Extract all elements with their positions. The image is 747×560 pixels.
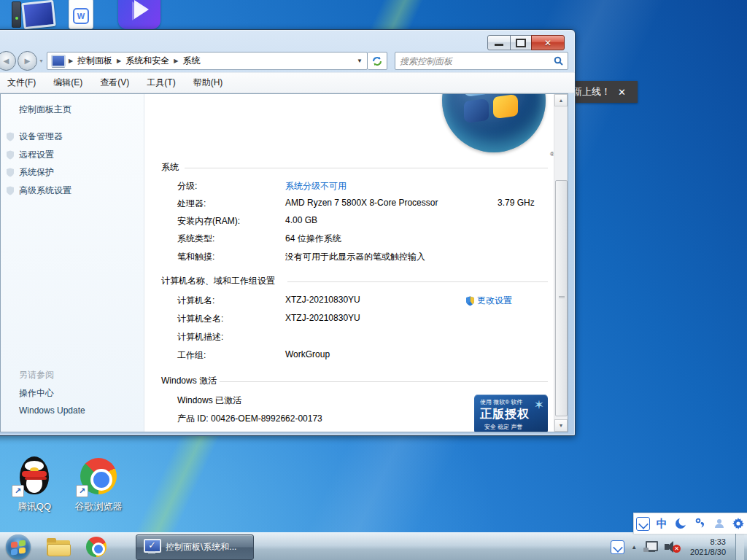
shortcut-arrow-icon: ↗ xyxy=(12,485,24,497)
sidebar-item-remote-settings[interactable]: 远程设置 xyxy=(19,149,54,161)
product-id: 产品 ID: 00426-OEM-8992662-00173 xyxy=(177,413,322,425)
task-button-label: 控制面板\系统和... xyxy=(166,541,247,553)
minimize-icon xyxy=(495,44,503,46)
language-bar: 中 xyxy=(633,513,747,534)
computer-tower-icon xyxy=(12,1,21,28)
taskbar-active-window-button[interactable]: ✓ 控制面板\系统和... xyxy=(136,534,254,560)
sidebar-item-windows-update[interactable]: Windows Update xyxy=(19,405,85,416)
sidebar-see-also-header: 另请参阅 xyxy=(19,369,54,381)
address-dropdown-icon[interactable]: ▼ xyxy=(352,58,367,64)
desktop-icon-video-app[interactable] xyxy=(118,0,160,29)
user-icon[interactable] xyxy=(712,516,727,531)
taskbar-chrome-button[interactable] xyxy=(77,534,115,559)
desktop-icon-qq[interactable]: ↗ 腾讯QQ xyxy=(3,456,66,513)
desktop-icon-label: 谷歌浏览器 xyxy=(67,500,130,513)
search-box[interactable] xyxy=(395,52,568,70)
volume-muted-icon[interactable]: ✕ xyxy=(665,540,681,553)
row-label: 安装内存(RAM): xyxy=(177,215,240,228)
history-dropdown-icon[interactable]: ▼ xyxy=(39,58,44,63)
minimize-button[interactable] xyxy=(487,35,511,50)
taskbar-explorer-button[interactable] xyxy=(39,534,77,559)
show-hidden-icons-button[interactable]: ▲ xyxy=(631,544,637,551)
computer-icon: ✓ xyxy=(142,539,161,555)
computer-breadcrumb-icon xyxy=(51,55,66,67)
row-value: 64 位操作系统 xyxy=(285,233,341,245)
menu-bar: 文件(F) 编辑(E) 查看(V) 工具(T) 帮助(H) xyxy=(0,72,575,93)
row-label: 计算机描述: xyxy=(177,331,223,343)
computer-screen-icon xyxy=(21,0,56,29)
desktop-icon-document[interactable]: W xyxy=(69,0,93,29)
network-icon[interactable] xyxy=(643,541,658,553)
close-icon: ✕ xyxy=(544,38,551,48)
scroll-down-button[interactable]: ▼ xyxy=(554,419,568,432)
close-icon[interactable]: ✕ xyxy=(618,87,626,98)
breadcrumb-control-panel[interactable]: 控制面板 xyxy=(73,55,117,67)
shield-icon xyxy=(6,132,15,141)
sidebar: 控制面板主页 设备管理器 远程设置 系统保护 高级系统设置 另请参阅 操作中心 … xyxy=(1,94,144,432)
refresh-icon xyxy=(372,56,382,66)
badge-line3: 安全 稳定 声誉 xyxy=(484,423,548,431)
sidebar-item-action-center[interactable]: 操作中心 xyxy=(19,387,54,400)
change-settings[interactable]: 更改设置 xyxy=(465,295,512,307)
desktop-icon-computer[interactable] xyxy=(12,1,55,28)
refresh-button[interactable] xyxy=(368,52,387,70)
menu-help[interactable]: 帮助(H) xyxy=(188,74,228,91)
back-button[interactable]: ◄ xyxy=(0,51,16,71)
sidebar-item-system-protection[interactable]: 系统保护 xyxy=(19,166,54,179)
close-button[interactable]: ✕ xyxy=(531,35,565,50)
shield-icon xyxy=(6,150,15,160)
start-button[interactable] xyxy=(6,534,31,559)
row-label: 系统类型: xyxy=(177,233,214,245)
scrollbar-thumb[interactable] xyxy=(555,180,568,416)
row-label: 工作组: xyxy=(177,349,206,362)
breadcrumb-system[interactable]: 系统 xyxy=(178,55,204,67)
system-tray: ▲ ✕ 8:33 2021/8/30 xyxy=(611,533,747,560)
breadcrumb-system-security[interactable]: 系统和安全 xyxy=(121,55,174,67)
show-desktop-button[interactable] xyxy=(735,533,744,560)
change-settings-link[interactable]: 更改设置 xyxy=(477,295,512,307)
clock-time: 8:33 xyxy=(690,537,726,547)
desktop: W ↗ 腾讯QQ ↗ 谷歌浏览器 新上线！ ✕ ✕ xyxy=(0,0,747,560)
address-bar[interactable]: ▶ 控制面板 ▶ 系统和安全 ▶ 系统 ▼ xyxy=(47,52,368,70)
row-value: WorkGroup xyxy=(285,349,330,359)
maximize-button[interactable] xyxy=(510,35,532,50)
maximize-icon xyxy=(516,39,526,47)
genuine-microsoft-badge[interactable]: 使用 微软® 软件 正版授权 安全 稳定 声誉 ✶ xyxy=(474,394,548,432)
menu-view[interactable]: 查看(V) xyxy=(95,74,134,91)
badge-star-icon: ✶ xyxy=(534,397,544,413)
search-input[interactable] xyxy=(395,56,554,66)
row-value: XTZJ-20210830YU xyxy=(285,295,360,305)
menu-tools[interactable]: 工具(T) xyxy=(142,74,180,91)
sidebar-item-device-manager[interactable]: 设备管理器 xyxy=(19,131,63,143)
shield-icon xyxy=(6,186,15,195)
windows-logo-icon xyxy=(442,94,546,152)
menu-file[interactable]: 文件(F) xyxy=(2,74,41,91)
punctuation-toggle-icon[interactable] xyxy=(693,516,708,531)
input-method-icon[interactable] xyxy=(636,517,650,531)
scrollbar[interactable]: ▲ ▼ xyxy=(554,94,568,432)
uac-shield-icon xyxy=(465,296,475,306)
desktop-icon-label: 腾讯QQ xyxy=(3,500,66,513)
search-icon[interactable] xyxy=(554,56,563,66)
title-bar[interactable]: ✕ xyxy=(0,30,575,50)
section-rule xyxy=(287,281,548,282)
gear-icon[interactable] xyxy=(731,516,746,531)
fullwidth-toggle-moon-icon[interactable] xyxy=(673,516,688,531)
sidebar-item-advanced-system-settings[interactable]: 高级系统设置 xyxy=(19,184,71,197)
desktop-icon-chrome[interactable]: ↗ 谷歌浏览器 xyxy=(67,456,130,513)
section-rule xyxy=(220,381,548,382)
tray-input-method-icon[interactable] xyxy=(611,540,624,554)
forward-button[interactable]: ► xyxy=(18,51,37,71)
row-value: AMD Ryzen 7 5800X 8-Core Processor xyxy=(285,198,438,208)
section-title-computer-name: 计算机名称、域和工作组设置 xyxy=(161,275,275,287)
navigation-bar: ◄ ► ▼ ▶ 控制面板 ▶ 系统和安全 ▶ 系统 ▼ xyxy=(0,50,575,72)
chinese-english-toggle[interactable]: 中 xyxy=(654,516,669,531)
row-extra: 3.79 GHz xyxy=(498,198,535,208)
section-rule xyxy=(185,168,548,168)
sidebar-item-control-panel-home[interactable]: 控制面板主页 xyxy=(19,104,71,116)
menu-edit[interactable]: 编辑(E) xyxy=(48,74,88,91)
scroll-up-button[interactable]: ▲ xyxy=(554,94,568,106)
section-title-system: 系统 xyxy=(161,161,179,174)
clock[interactable]: 8:33 2021/8/30 xyxy=(687,537,729,557)
rating-unavailable-link[interactable]: 系统分级不可用 xyxy=(285,180,347,192)
